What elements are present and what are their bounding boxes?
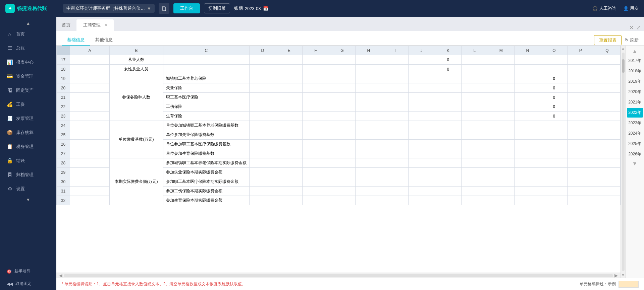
- cell-E[interactable]: [276, 93, 302, 102]
- cell-H[interactable]: [355, 187, 382, 196]
- cell-L[interactable]: [461, 177, 488, 187]
- cell-P[interactable]: [567, 55, 594, 65]
- cell-E[interactable]: [276, 149, 302, 158]
- sidebar-item-closing[interactable]: 🔒 结账: [0, 154, 56, 168]
- cell-F[interactable]: [302, 168, 329, 177]
- cell-F[interactable]: [302, 140, 329, 149]
- cell-B[interactable]: 本期实际缴费金额(万元): [110, 158, 163, 205]
- cell-C[interactable]: 城镇职工基本养老保险: [163, 74, 249, 83]
- cell-Q[interactable]: [594, 121, 620, 130]
- year-2020[interactable]: 2020年: [627, 87, 643, 97]
- cell-K[interactable]: [435, 130, 461, 140]
- cell-N[interactable]: [514, 121, 541, 130]
- scroll-track-h[interactable]: [64, 274, 613, 277]
- cell-N[interactable]: [514, 140, 541, 149]
- cell-F[interactable]: [302, 93, 329, 102]
- year-2022[interactable]: 2022年: [627, 108, 643, 118]
- cell-E[interactable]: [276, 55, 302, 65]
- cell-Q[interactable]: [594, 55, 620, 65]
- cell-O[interactable]: 0: [541, 102, 567, 112]
- sidebar-item-archive[interactable]: 🗄 归档管理: [0, 168, 56, 182]
- cell-F[interactable]: [302, 121, 329, 130]
- cell-I[interactable]: [382, 55, 408, 65]
- cell-I[interactable]: [382, 158, 408, 168]
- cell-G[interactable]: [329, 140, 355, 149]
- cell-P[interactable]: [567, 158, 594, 168]
- sub-tab-other[interactable]: 其他信息: [90, 35, 118, 46]
- cell-H[interactable]: [355, 158, 382, 168]
- cell-F[interactable]: [302, 83, 329, 93]
- sidebar-item-finance[interactable]: 💳 资金管理: [0, 69, 56, 83]
- cell-I[interactable]: [382, 121, 408, 130]
- year-scroll-up[interactable]: ▲: [631, 47, 639, 56]
- cell-G[interactable]: [329, 130, 355, 140]
- cell-H[interactable]: [355, 168, 382, 177]
- cell-J[interactable]: [408, 196, 435, 205]
- cell-A[interactable]: [70, 196, 109, 205]
- tab-expand-icon[interactable]: ⤢: [636, 24, 641, 31]
- cell-M[interactable]: [488, 83, 514, 93]
- cell-F[interactable]: [302, 177, 329, 187]
- cell-D[interactable]: [249, 93, 276, 102]
- cell-A[interactable]: [70, 121, 109, 130]
- cell-M[interactable]: [488, 102, 514, 112]
- cell-E[interactable]: [276, 121, 302, 130]
- cell-D[interactable]: [249, 196, 276, 205]
- cell-P[interactable]: [567, 112, 594, 121]
- col-header-H[interactable]: H: [355, 46, 382, 55]
- cell-Q[interactable]: [594, 112, 620, 121]
- cell-J[interactable]: [408, 158, 435, 168]
- cell-H[interactable]: [355, 177, 382, 187]
- cell-F[interactable]: [302, 65, 329, 74]
- cell-Q[interactable]: [594, 93, 620, 102]
- cell-M[interactable]: [488, 74, 514, 83]
- cell-K[interactable]: [435, 121, 461, 130]
- cell-L[interactable]: [461, 158, 488, 168]
- cell-N[interactable]: [514, 168, 541, 177]
- sidebar-scroll-up[interactable]: ▲: [0, 19, 56, 27]
- cell-A[interactable]: [70, 149, 109, 158]
- cell-A[interactable]: [70, 93, 109, 102]
- cell-K[interactable]: [435, 93, 461, 102]
- cell-C[interactable]: 参加工伤保险本期实际缴费金额: [163, 187, 249, 196]
- vertical-scrollbar[interactable]: ▲ ▼: [621, 46, 625, 278]
- cell-A[interactable]: [70, 74, 109, 83]
- cell-F[interactable]: [302, 158, 329, 168]
- cell-A[interactable]: [70, 168, 109, 177]
- cell-C[interactable]: 单位参加城镇职工基本养老保险缴费基数: [163, 121, 249, 130]
- cell-D[interactable]: [249, 74, 276, 83]
- cell-Q[interactable]: [594, 177, 620, 187]
- reset-report-button[interactable]: 重置报表: [594, 35, 622, 45]
- col-header-I[interactable]: I: [382, 46, 408, 55]
- scroll-up-arrow[interactable]: ▲: [622, 46, 625, 51]
- cell-G[interactable]: [329, 149, 355, 158]
- year-2019[interactable]: 2019年: [627, 77, 643, 86]
- cell-E[interactable]: [276, 102, 302, 112]
- cell-M[interactable]: [488, 177, 514, 187]
- cell-L[interactable]: [461, 130, 488, 140]
- cell-M[interactable]: [488, 65, 514, 74]
- cell-P[interactable]: [567, 74, 594, 83]
- cell-G[interactable]: [329, 55, 355, 65]
- cell-C[interactable]: 单位参加职工基本医疗保险缴费基数: [163, 140, 249, 149]
- col-header-F[interactable]: F: [302, 46, 329, 55]
- cell-D[interactable]: [249, 102, 276, 112]
- cell-J[interactable]: [408, 130, 435, 140]
- cell-N[interactable]: [514, 102, 541, 112]
- cell-Q[interactable]: [594, 130, 620, 140]
- cell-G[interactable]: [329, 102, 355, 112]
- cell-P[interactable]: [567, 93, 594, 102]
- year-scroll-down[interactable]: ▼: [631, 159, 639, 168]
- cell-P[interactable]: [567, 187, 594, 196]
- col-header-B[interactable]: B: [110, 46, 163, 55]
- col-header-O[interactable]: O: [541, 46, 567, 55]
- cell-F[interactable]: [302, 149, 329, 158]
- cell-D[interactable]: [249, 112, 276, 121]
- col-header-K[interactable]: K: [435, 46, 461, 55]
- sidebar-item-ledger[interactable]: ☰ 总账: [0, 41, 56, 55]
- cell-H[interactable]: [355, 140, 382, 149]
- cell-C[interactable]: 参加职工基本医疗保险本期实际缴费金额: [163, 177, 249, 187]
- cell-I[interactable]: [382, 196, 408, 205]
- cell-G[interactable]: [329, 65, 355, 74]
- col-header-E[interactable]: E: [276, 46, 302, 55]
